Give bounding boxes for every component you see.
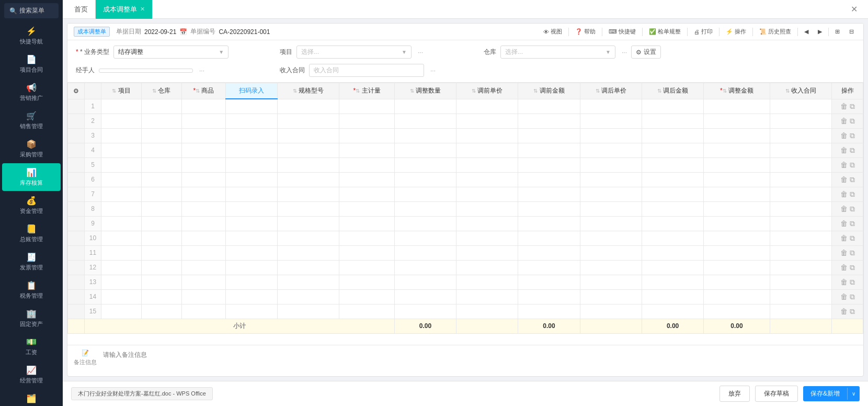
cell-3-3[interactable] xyxy=(226,128,278,143)
cell-14-6[interactable] xyxy=(394,289,456,304)
copy-icon[interactable]: ⧉ xyxy=(850,234,855,243)
cell-10-6[interactable] xyxy=(394,231,456,245)
cell-3-5[interactable] xyxy=(339,128,395,143)
cell-8-7[interactable] xyxy=(456,201,518,216)
cell-7-9[interactable] xyxy=(580,187,642,201)
window-close-btn[interactable]: ✕ xyxy=(844,4,864,14)
cell-14-11[interactable] xyxy=(704,289,770,304)
cell-14-3[interactable] xyxy=(226,289,278,304)
toolbar-nav-next[interactable]: ▶ xyxy=(815,27,825,36)
cell-5-7[interactable] xyxy=(456,157,518,172)
warehouse-input[interactable]: 选择... ▼ xyxy=(500,46,615,59)
tab-close-cost-adjust[interactable]: ✕ xyxy=(140,6,145,13)
toolbar-ops-btn[interactable]: ⚡ 操作 xyxy=(723,27,749,37)
cell-12-4[interactable] xyxy=(277,260,339,275)
toolbar-hotkey-btn[interactable]: ⌨ 快捷键 xyxy=(606,27,639,37)
cell-12-8[interactable] xyxy=(518,260,580,275)
notes-input[interactable] xyxy=(103,349,857,365)
cell-2-12[interactable] xyxy=(770,114,831,128)
cell-13-0[interactable] xyxy=(101,275,142,289)
cell-4-11[interactable] xyxy=(704,143,770,157)
cell-14-9[interactable] xyxy=(580,289,642,304)
cell-10-0[interactable] xyxy=(101,231,142,245)
cell-1-9[interactable] xyxy=(580,99,642,114)
cell-7-12[interactable] xyxy=(770,187,831,201)
cell-3-7[interactable] xyxy=(456,128,518,143)
cell-15-0[interactable] xyxy=(101,304,142,319)
cell-6-1[interactable] xyxy=(141,172,181,187)
cell-9-1[interactable] xyxy=(141,216,181,231)
cell-14-5[interactable] xyxy=(339,289,395,304)
cell-13-8[interactable] xyxy=(518,275,580,289)
project-more-btn[interactable]: ··· xyxy=(418,49,423,56)
cell-12-12[interactable] xyxy=(770,260,831,275)
cell-4-5[interactable] xyxy=(339,143,395,157)
cell-11-4[interactable] xyxy=(277,245,339,260)
cell-7-8[interactable] xyxy=(518,187,580,201)
cell-6-3[interactable] xyxy=(226,172,278,187)
cell-15-8[interactable] xyxy=(518,304,580,319)
cell-8-1[interactable] xyxy=(141,201,181,216)
cell-3-12[interactable] xyxy=(770,128,831,143)
cell-6-2[interactable] xyxy=(181,172,226,187)
cell-7-4[interactable] xyxy=(277,187,339,201)
cell-3-9[interactable] xyxy=(580,128,642,143)
table-row[interactable]: 8🗑⧉ xyxy=(68,201,863,216)
cell-4-1[interactable] xyxy=(141,143,181,157)
sidebar-item-purchase[interactable]: 📦采购管理 xyxy=(2,135,61,163)
cell-5-2[interactable] xyxy=(181,157,226,172)
cell-5-6[interactable] xyxy=(394,157,456,172)
col-spec[interactable]: ⇅ 规格型号 xyxy=(277,83,339,99)
cell-15-7[interactable] xyxy=(456,304,518,319)
cell-10-7[interactable] xyxy=(456,231,518,245)
cell-2-11[interactable] xyxy=(704,114,770,128)
cell-1-7[interactable] xyxy=(456,99,518,114)
cell-11-8[interactable] xyxy=(518,245,580,260)
cell-15-3[interactable] xyxy=(226,304,278,319)
delete-icon[interactable]: 🗑 xyxy=(840,190,848,199)
cell-9-10[interactable] xyxy=(642,216,703,231)
cell-5-8[interactable] xyxy=(518,157,580,172)
cell-6-9[interactable] xyxy=(580,172,642,187)
sidebar-item-tax[interactable]: 📋税务管理 xyxy=(2,276,61,304)
project-input[interactable]: 选择... ▼ xyxy=(296,46,412,59)
cell-13-3[interactable] xyxy=(226,275,278,289)
table-row[interactable]: 11🗑⧉ xyxy=(68,245,863,260)
cell-8-2[interactable] xyxy=(181,201,226,216)
cell-13-11[interactable] xyxy=(704,275,770,289)
cell-9-8[interactable] xyxy=(518,216,580,231)
col-adj-amount[interactable]: *⇅ 调整金额 xyxy=(704,83,770,99)
cell-11-12[interactable] xyxy=(770,245,831,260)
toolbar-help-btn[interactable]: ❓ 帮助 xyxy=(572,27,599,37)
cell-8-4[interactable] xyxy=(277,201,339,216)
settings-button[interactable]: ⚙ 设置 xyxy=(631,46,661,59)
copy-icon[interactable]: ⧉ xyxy=(850,249,855,257)
cell-11-9[interactable] xyxy=(580,245,642,260)
toolbar-nav-prev[interactable]: ◀ xyxy=(801,27,812,36)
delete-icon[interactable]: 🗑 xyxy=(840,117,848,126)
tab-home[interactable]: 首页 xyxy=(67,0,96,19)
cell-11-6[interactable] xyxy=(394,245,456,260)
cell-4-4[interactable] xyxy=(277,143,339,157)
col-warehouse[interactable]: ⇅ 仓库 xyxy=(141,83,181,99)
cell-8-6[interactable] xyxy=(394,201,456,216)
cell-3-11[interactable] xyxy=(704,128,770,143)
col-unit[interactable]: *⇅ 主计量 xyxy=(339,83,395,99)
col-after-price[interactable]: ⇅ 调后单价 xyxy=(580,83,642,99)
cell-5-5[interactable] xyxy=(339,157,395,172)
col-income-contract[interactable]: ⇅ 收入合同 xyxy=(770,83,831,99)
toolbar-check-btn[interactable]: ✅ 检单规整 xyxy=(646,27,684,37)
delete-icon[interactable]: 🗑 xyxy=(840,249,848,257)
cell-13-10[interactable] xyxy=(642,275,703,289)
cell-15-10[interactable] xyxy=(642,304,703,319)
copy-icon[interactable]: ⧉ xyxy=(850,307,855,316)
cell-9-3[interactable] xyxy=(226,216,278,231)
sidebar-item-finance[interactable]: 💰资金管理 xyxy=(2,191,61,219)
toolbar-collapse-btn[interactable]: ⊟ xyxy=(846,27,857,36)
toolbar-preview-btn[interactable]: 👁 视图 xyxy=(540,27,565,37)
cell-7-3[interactable] xyxy=(226,187,278,201)
table-row[interactable]: 6🗑⧉ xyxy=(68,172,863,187)
cell-10-5[interactable] xyxy=(339,231,395,245)
cell-9-11[interactable] xyxy=(704,216,770,231)
cell-14-2[interactable] xyxy=(181,289,226,304)
